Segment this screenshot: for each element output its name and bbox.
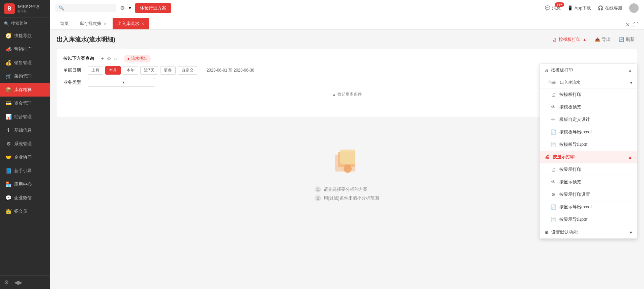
filter-section-text: 按以下方案查询 xyxy=(63,55,94,61)
dp-display-printer-icon: 🖨 xyxy=(551,167,556,172)
dp-item-template-design[interactable]: ✏ 模板自定义设计 xyxy=(540,113,637,126)
date-last-month-btn[interactable]: 上月 xyxy=(88,66,103,75)
tab-expand-button[interactable]: ⛶ xyxy=(633,22,639,28)
dp-display-pdf-icon: 📄 xyxy=(551,217,556,222)
tabs-bar: 首页 库存批次账 ✕ 出入库流水 ✕ ✕ ⛶ xyxy=(50,16,644,30)
topbar-dropdown-icon[interactable]: ▾ xyxy=(129,5,131,10)
refresh-button[interactable]: 🔄 刷新 xyxy=(616,35,637,44)
page-header: 出入库流水(流水明细) 🖨 按模板打印 ▲ 📤 导出 🔄 刷新 xyxy=(57,35,637,44)
dp-edit-icon: ✏ xyxy=(551,117,556,122)
app-download-item[interactable]: 📱 App下载 xyxy=(567,5,591,11)
sidebar-item-marketing[interactable]: 📣 营销推广 xyxy=(0,43,50,56)
dp-footer-default[interactable]: ⚙ 设置默认功能 ▾ xyxy=(540,226,637,238)
filter-tag: ● 流水明细 xyxy=(124,55,150,62)
date-more-btn[interactable]: 更多 xyxy=(160,66,176,75)
date-7days-btn[interactable]: 近7天 xyxy=(140,66,158,75)
refresh-icon: 🔄 xyxy=(619,37,624,42)
export-label: 导出 xyxy=(602,36,611,43)
printer-icon: 🖨 xyxy=(553,37,557,42)
dp-excel-icon: 📄 xyxy=(551,129,556,135)
sidebar-item-navigation[interactable]: 🧭 快捷导航 xyxy=(0,29,50,43)
print-template-button[interactable]: 🖨 按模板打印 ▲ xyxy=(550,35,589,44)
date-this-month-btn[interactable]: 本月 xyxy=(105,66,121,75)
dp-footer-label: 设置默认功能 xyxy=(551,229,578,235)
filter-collapse-button[interactable]: « xyxy=(114,56,117,62)
message-icon-item[interactable]: 💬 消息 99+ xyxy=(545,5,561,11)
tab-home[interactable]: 首页 xyxy=(55,18,74,29)
dp-item-template-print[interactable]: 🖨 按模板打印 xyxy=(540,88,637,101)
svg-text:!: ! xyxy=(346,166,348,172)
dp-item-template-preview[interactable]: 👁 按模板预览 xyxy=(540,101,637,113)
sidebar-item-wechat[interactable]: 💬 企业微信 xyxy=(0,191,50,205)
topbar-search-box[interactable]: 🔍 xyxy=(55,4,116,12)
empty-tip-2: 2 用[过滤]条件来缩小分析范围 xyxy=(315,194,379,203)
sidebar: B 畅捷通好生意 标准版 🔍 搜索菜单 🧭 快捷导航 📣 营销推广 💰 销售管理… xyxy=(0,0,50,289)
dp-collapse-arrow[interactable]: ▲ xyxy=(628,68,632,73)
filter-row-1: 按以下方案查询 + ⚙ « ● 流水明细 xyxy=(63,55,631,62)
dp-item-template-excel[interactable]: 📄 按模板导出excel xyxy=(540,126,637,138)
sidebar-search[interactable]: 🔍 搜索菜单 xyxy=(0,18,50,29)
dp-item-display-print[interactable]: 🖨 按显示打印 xyxy=(540,163,637,176)
sidebar-item-finance[interactable]: 💳 资金管理 xyxy=(0,97,50,110)
dp-item-template-pdf[interactable]: 📄 按模板导出pdf xyxy=(540,138,637,151)
tab-batch[interactable]: 库存批次账 ✕ xyxy=(75,18,111,29)
sidebar-item-purchase[interactable]: 🛒 采购管理 xyxy=(0,70,50,83)
sidebar-toggle-icon[interactable]: ◀▶ xyxy=(14,279,22,286)
topbar-search-input[interactable] xyxy=(66,6,110,10)
user-avatar[interactable] xyxy=(629,3,639,13)
sidebar-item-vip[interactable]: 👑 畅会员 xyxy=(0,205,50,218)
wechat-icon: 💬 xyxy=(5,195,11,201)
dp-item-label: 按显示预览 xyxy=(559,179,581,185)
tab-close-all-button[interactable]: ✕ xyxy=(625,22,630,28)
svg-point-3 xyxy=(344,165,352,173)
tab-batch-close[interactable]: ✕ xyxy=(104,22,107,26)
sidebar-item-label: 畅会员 xyxy=(14,208,27,214)
export-button[interactable]: 📤 导出 xyxy=(592,35,613,44)
tab-flow[interactable]: 出入库流水 ✕ xyxy=(113,18,149,29)
business-select-arrow: ▾ xyxy=(122,80,151,85)
trial-button[interactable]: 体验行业方案 xyxy=(135,3,171,13)
dp-section-display[interactable]: 🖨 按显示打印 ▲ xyxy=(540,151,637,163)
sidebar-item-cooperation[interactable]: 🤝 企业协同 xyxy=(0,151,50,164)
sidebar-item-operations[interactable]: 📊 经营管理 xyxy=(0,110,50,124)
sidebar-item-inventory[interactable]: 📦 库存核算 xyxy=(0,83,50,97)
customer-service-label: 在线客服 xyxy=(605,5,622,11)
message-badge: 99+ xyxy=(555,2,564,7)
filter-tools: + ⚙ « xyxy=(101,55,117,62)
dp-display-settings-icon: ⚙ xyxy=(551,192,556,197)
customer-service-item[interactable]: 🎧 在线客服 xyxy=(598,5,622,11)
dp-item-label: 按显示导出pdf xyxy=(559,216,587,222)
dp-printer2-icon: 🖨 xyxy=(551,92,556,97)
export-icon: 📤 xyxy=(595,37,600,42)
tab-flow-close[interactable]: ✕ xyxy=(141,22,144,26)
filter-setting-button[interactable]: ⚙ xyxy=(107,55,111,62)
collapse-more-button[interactable]: ▲ 收起更多条件 xyxy=(332,91,362,97)
sidebar-item-guide[interactable]: 📘 新手引导 xyxy=(0,164,50,178)
headset-icon: 🎧 xyxy=(598,5,603,10)
dp-footer-icon: ⚙ xyxy=(545,230,549,235)
sidebar-item-label: 库存核算 xyxy=(14,87,32,93)
dp-item-label: 按显示打印 xyxy=(559,166,581,173)
dp-current-arrow[interactable]: ▾ xyxy=(630,80,632,85)
sidebar-item-app[interactable]: 🏪 应用中心 xyxy=(0,178,50,191)
tip-text-2: 用[过滤]条件来缩小分析范围 xyxy=(324,194,379,203)
date-this-year-btn[interactable]: 本年 xyxy=(123,66,138,75)
sidebar-item-label: 快捷导航 xyxy=(14,33,32,39)
filter-add-button[interactable]: + xyxy=(101,56,104,62)
settings-bottom-icon[interactable]: ⚙ xyxy=(4,279,9,286)
sidebar-item-basic[interactable]: ℹ 基础信息 xyxy=(0,124,50,137)
dp-item-display-excel[interactable]: 📄 按显示导出excel xyxy=(540,201,637,213)
topbar-gear-icon[interactable]: ⚙ xyxy=(120,5,125,11)
date-custom-btn[interactable]: 自定义 xyxy=(178,66,197,75)
dp-item-display-pdf[interactable]: 📄 按显示导出pdf xyxy=(540,213,637,226)
business-select[interactable]: ▾ xyxy=(88,78,155,87)
page-action-area: 🖨 按模板打印 ▲ 📤 导出 🔄 刷新 xyxy=(550,35,637,44)
dp-item-display-preview[interactable]: 👁 按显示预览 xyxy=(540,176,637,188)
tabs-right-actions: ✕ ⛶ xyxy=(625,22,639,29)
logo-icon: B xyxy=(4,3,15,14)
dp-item-display-settings[interactable]: ⚙ 按显示打印设置 xyxy=(540,188,637,201)
dp-item-label: 按显示打印设置 xyxy=(559,191,590,198)
sidebar-bottom: ⚙ ◀▶ xyxy=(0,275,50,289)
sidebar-item-system[interactable]: ⚙ 系统管理 xyxy=(0,137,50,151)
sidebar-item-sales[interactable]: 💰 销售管理 xyxy=(0,56,50,70)
